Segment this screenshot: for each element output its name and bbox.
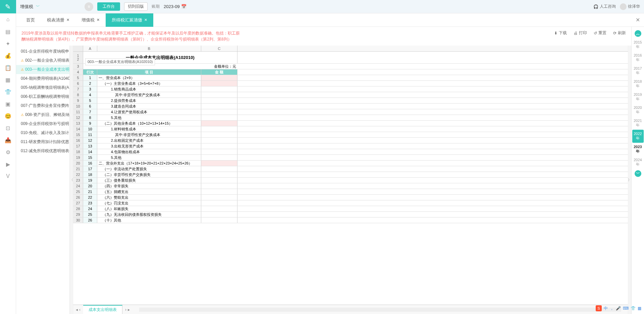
row-header[interactable]: 30 bbox=[73, 217, 83, 223]
sheet-nav-prev[interactable]: ‹ bbox=[79, 307, 80, 312]
ime-punct-icon[interactable]: ， bbox=[610, 306, 614, 311]
row-header[interactable]: 29 bbox=[73, 212, 83, 217]
amount-cell[interactable] bbox=[201, 183, 237, 189]
ime-tools-icon[interactable]: ▦ bbox=[638, 306, 641, 311]
row-header[interactable]: 22 bbox=[73, 172, 83, 177]
tree-item[interactable]: 007-广告费和业务宣传费跨… bbox=[16, 101, 69, 110]
ime-mic-icon[interactable]: 🎤 bbox=[616, 306, 621, 311]
menu-circle-button[interactable]: ≡ bbox=[85, 2, 93, 11]
nav-v-icon[interactable]: V bbox=[0, 170, 16, 182]
collapse-year-handle[interactable]: 》 bbox=[628, 46, 631, 314]
nav-gear-icon[interactable]: ⚙ bbox=[0, 146, 16, 158]
refresh-button[interactable]: ⟳刷新 bbox=[613, 30, 626, 36]
nav-box-icon[interactable]: ⊡ bbox=[0, 122, 16, 134]
year-option[interactable]: 2023年 bbox=[632, 143, 644, 156]
row-header[interactable]: 4 bbox=[73, 69, 83, 75]
row-header[interactable]: 21 bbox=[73, 166, 83, 172]
tab-首页[interactable]: 首页 bbox=[20, 13, 41, 27]
close-icon[interactable]: ✕ bbox=[97, 18, 100, 22]
horizontal-scrollbar[interactable] bbox=[139, 308, 621, 312]
year-option[interactable]: 2024年 bbox=[632, 156, 644, 169]
year-option[interactable]: 2016年 bbox=[632, 51, 644, 64]
nav-tax-icon[interactable]: 😊 bbox=[0, 110, 16, 122]
tree-item[interactable]: 011-研发费用加计扣除优惠… bbox=[16, 137, 69, 146]
tree-item[interactable]: 005-纳税调整项目明细表(A1… bbox=[16, 83, 69, 92]
tree-item[interactable]: 012-减免所得税优惠明细表(… bbox=[16, 146, 69, 155]
nav-chart-icon[interactable]: ✦ bbox=[0, 38, 16, 50]
amount-cell[interactable] bbox=[201, 121, 237, 126]
user-menu[interactable]: 徐泽华 bbox=[620, 3, 640, 10]
tab-增值税[interactable]: 增值税✕ bbox=[75, 13, 106, 27]
switch-old-button[interactable]: 切到旧版 bbox=[124, 2, 148, 11]
row-header[interactable]: 25 bbox=[73, 189, 83, 194]
app-logo[interactable]: ✎ bbox=[0, 0, 16, 13]
period-picker[interactable]: 2023-09 📅 bbox=[164, 4, 186, 9]
tree-item[interactable]: 010-免税、减计收入及加计… bbox=[16, 128, 69, 137]
row-header[interactable]: 26 bbox=[73, 195, 83, 200]
year-option[interactable]: 2015年 bbox=[632, 38, 644, 51]
amount-cell[interactable] bbox=[201, 92, 237, 98]
amount-cell[interactable] bbox=[201, 75, 237, 80]
year-option[interactable]: 2020年 bbox=[632, 104, 644, 117]
amount-cell[interactable] bbox=[201, 132, 237, 137]
nav-money-icon[interactable]: 💰 bbox=[0, 50, 16, 62]
amount-cell[interactable] bbox=[201, 143, 237, 149]
row-header[interactable]: 16 bbox=[73, 138, 83, 143]
amount-cell[interactable] bbox=[201, 138, 237, 143]
amount-cell[interactable] bbox=[201, 104, 237, 109]
close-all-tabs[interactable]: ✕ bbox=[636, 17, 640, 23]
year-option[interactable]: 2022年 bbox=[632, 130, 644, 143]
year-option[interactable]: 2017年 bbox=[632, 64, 644, 77]
ime-keyboard-icon[interactable]: ⌨ bbox=[623, 306, 629, 311]
collapse-tree-handle[interactable]: 《 bbox=[70, 46, 73, 314]
row-header[interactable]: 20 bbox=[73, 161, 83, 166]
year-option[interactable]: 2021年 bbox=[632, 117, 644, 130]
row-header[interactable]: 15 bbox=[73, 132, 83, 137]
year-scroll-up[interactable]: ︽ bbox=[635, 30, 641, 37]
tree-item[interactable]: ⚠002-一般企业收入明细表(A… bbox=[16, 56, 69, 65]
row-header[interactable]: 9 bbox=[73, 98, 83, 103]
sheet-nav-last[interactable]: ▸ bbox=[128, 307, 130, 312]
amount-cell[interactable] bbox=[201, 166, 237, 172]
amount-cell[interactable] bbox=[201, 195, 237, 200]
print-button[interactable]: 🖨打印 bbox=[574, 30, 587, 36]
amount-cell[interactable] bbox=[201, 149, 237, 154]
reset-button[interactable]: ↺重置 bbox=[594, 30, 606, 36]
amount-cell[interactable] bbox=[201, 178, 237, 183]
nav-video-icon[interactable]: ▶ bbox=[0, 158, 16, 170]
workbench-button[interactable]: 工作台 bbox=[97, 2, 120, 11]
tab-所得税汇算清缴[interactable]: 所得税汇算清缴✕ bbox=[106, 13, 153, 27]
amount-cell[interactable] bbox=[201, 206, 237, 211]
select-all-cell[interactable] bbox=[73, 46, 83, 51]
close-icon[interactable]: ✕ bbox=[144, 18, 147, 22]
row-header[interactable]: 18 bbox=[73, 149, 83, 154]
amount-cell[interactable] bbox=[201, 161, 237, 166]
sheet-nav-first[interactable]: ◂ bbox=[76, 307, 78, 312]
amount-cell[interactable] bbox=[201, 109, 237, 115]
nav-calendar-icon[interactable]: ▣ bbox=[0, 98, 16, 110]
support-link[interactable]: 🎧 人工咨询 bbox=[593, 4, 616, 9]
amount-cell[interactable] bbox=[201, 155, 237, 160]
ime-skin-icon[interactable]: 👕 bbox=[631, 306, 636, 311]
nav-report-icon[interactable]: ▦ bbox=[0, 74, 16, 86]
nav-doc-icon[interactable]: ▤ bbox=[0, 25, 16, 38]
row-header[interactable]: 19 bbox=[73, 155, 83, 160]
amount-cell[interactable] bbox=[201, 98, 237, 103]
col-header-a[interactable]: A bbox=[83, 46, 97, 51]
amount-cell[interactable] bbox=[201, 200, 237, 206]
amount-cell[interactable] bbox=[201, 126, 237, 132]
row-header[interactable]: 11 bbox=[73, 109, 83, 115]
row-header[interactable]: 5 bbox=[73, 75, 83, 80]
row-header[interactable]: 17 bbox=[73, 143, 83, 149]
tree-item[interactable]: 009-企业所得税弥补亏损明… bbox=[16, 119, 69, 128]
row-header[interactable]: 27 bbox=[73, 200, 83, 206]
amount-cell[interactable] bbox=[201, 115, 237, 120]
tree-item[interactable]: ⚠003-一般企业成本支出明细… bbox=[16, 65, 69, 74]
tree-item[interactable]: 006-职工薪酬纳税调整明细… bbox=[16, 92, 69, 101]
sheet-tab[interactable]: 成本支出明细表 bbox=[83, 305, 122, 314]
row-header[interactable]: 12 bbox=[73, 52, 83, 63]
col-header-b[interactable]: B bbox=[97, 46, 201, 51]
row-header[interactable]: 3 bbox=[73, 64, 83, 69]
year-option[interactable]: 2019年 bbox=[632, 90, 644, 104]
tree-item[interactable]: ⚠008-资产折旧、摊销及纳税… bbox=[16, 110, 69, 119]
